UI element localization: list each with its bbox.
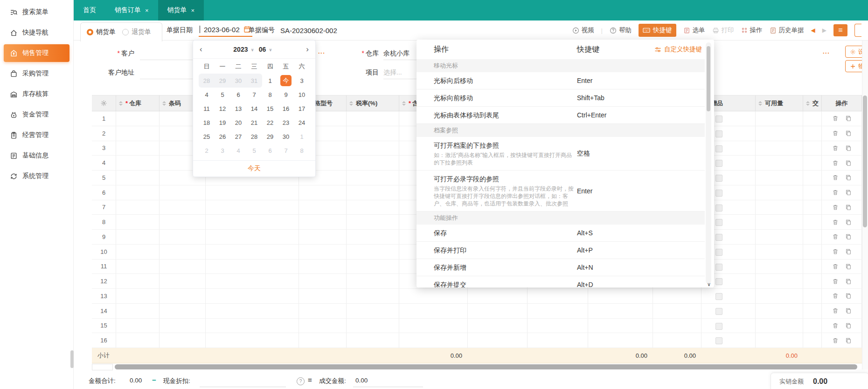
date-cell[interactable]: 6: [230, 88, 246, 102]
date-cell-today[interactable]: 今: [278, 74, 294, 88]
cell-delivery[interactable]: [803, 274, 822, 289]
sidebar-item-inventory-accounting[interactable]: 库存核算: [0, 84, 73, 104]
cell-hidden1[interactable]: [206, 215, 299, 230]
cell-spec[interactable]: [299, 319, 347, 334]
date-cell[interactable]: 1: [294, 130, 310, 143]
date-cell[interactable]: 27: [230, 130, 246, 143]
cell-taxrate[interactable]: [347, 215, 399, 230]
cell-warehouse[interactable]: [116, 141, 160, 156]
column-header-warehouse[interactable]: *仓库: [116, 95, 160, 111]
project-placeholder[interactable]: 选择...: [383, 68, 402, 77]
copy-row-icon[interactable]: [845, 278, 852, 285]
cell-delivery[interactable]: [803, 215, 822, 230]
date-cell[interactable]: 4: [230, 143, 246, 157]
month-select[interactable]: 06: [259, 46, 266, 53]
cell-taxrate[interactable]: [347, 171, 399, 185]
gift-checkbox[interactable]: [715, 116, 722, 123]
cell-spec[interactable]: [299, 200, 347, 215]
customer-lookup-ellipsis[interactable]: ...: [318, 48, 325, 55]
date-cell[interactable]: 26: [215, 130, 230, 143]
sidebar-item-system-mgmt[interactable]: 系统管理: [0, 166, 73, 186]
copy-row-icon[interactable]: [845, 293, 852, 299]
cell-delivery[interactable]: [803, 171, 822, 185]
gift-checkbox[interactable]: [715, 308, 722, 315]
cell-ops[interactable]: [822, 215, 862, 230]
cell-hidden5[interactable]: [653, 304, 701, 319]
cell-delivery[interactable]: [803, 230, 822, 245]
date-cell[interactable]: 18: [199, 116, 215, 130]
cell-available[interactable]: [756, 200, 803, 215]
cell-available[interactable]: [756, 185, 803, 200]
sidebar-item-quick-nav[interactable]: 快捷导航: [0, 22, 73, 43]
cell-spec[interactable]: [299, 230, 347, 245]
date-cell[interactable]: 6: [262, 143, 278, 157]
pick-order-button[interactable]: 选单: [683, 26, 705, 34]
cell-hidden1[interactable]: [206, 230, 299, 245]
date-cell[interactable]: 8: [294, 143, 310, 157]
cell-available[interactable]: [756, 245, 803, 259]
delete-row-icon[interactable]: [832, 145, 839, 151]
delete-row-icon[interactable]: [832, 189, 839, 196]
radio-return-invoice[interactable]: 退货单: [122, 28, 151, 36]
next-month-chevron[interactable]: ›: [306, 41, 309, 58]
tab-home[interactable]: 首页: [74, 0, 105, 20]
gift-checkbox[interactable]: [715, 175, 722, 182]
sidebar-item-search-menu[interactable]: 搜索菜单: [0, 2, 73, 22]
cell-price[interactable]: [399, 304, 468, 319]
sort-icon[interactable]: [162, 101, 166, 106]
copy-row-icon[interactable]: [845, 145, 852, 151]
cell-taxrate[interactable]: [347, 289, 399, 304]
cell-warehouse[interactable]: [116, 200, 160, 215]
column-settings-gear-icon[interactable]: [100, 100, 107, 107]
cell-ops[interactable]: [822, 111, 862, 126]
column-header-available[interactable]: 可用量: [756, 95, 803, 111]
sort-icon[interactable]: [349, 101, 353, 106]
cell-delivery[interactable]: [803, 304, 822, 319]
cell-spec[interactable]: [299, 333, 347, 348]
date-cell[interactable]: 2: [199, 143, 215, 157]
date-cell[interactable]: 7: [246, 88, 262, 102]
cell-warehouse[interactable]: [116, 156, 160, 171]
gift-checkbox[interactable]: [715, 190, 722, 197]
cell-hidden1[interactable]: [206, 200, 299, 215]
gift-checkbox[interactable]: [715, 219, 722, 226]
cell-delivery[interactable]: [803, 156, 822, 171]
gift-checkbox[interactable]: [715, 160, 722, 167]
cell-available[interactable]: [756, 156, 803, 171]
cell-hidden5[interactable]: [653, 319, 701, 334]
date-cell[interactable]: 4: [199, 88, 215, 102]
doc-date-input[interactable]: 2023-06-02: [199, 24, 252, 37]
date-cell[interactable]: 11: [199, 102, 215, 116]
date-cell[interactable]: 3: [294, 74, 310, 88]
gift-checkbox[interactable]: [715, 205, 722, 212]
cell-available[interactable]: [756, 126, 803, 141]
cell-spec[interactable]: [299, 274, 347, 289]
cell-ops[interactable]: [822, 319, 862, 334]
copy-row-icon[interactable]: [845, 115, 852, 122]
cell-hidden1[interactable]: [206, 333, 299, 348]
cell-barcode[interactable]: [160, 274, 206, 289]
gift-checkbox[interactable]: [715, 323, 722, 330]
cell-barcode[interactable]: [160, 304, 206, 319]
history-button[interactable]: 历史单据: [770, 26, 804, 34]
cell-delivery[interactable]: [803, 200, 822, 215]
date-cell[interactable]: 7: [278, 143, 294, 157]
cell-hidden4[interactable]: [588, 333, 653, 348]
gift-checkbox[interactable]: [715, 264, 722, 271]
cell-ops[interactable]: [822, 245, 862, 259]
cell-hidden1[interactable]: [206, 304, 299, 319]
date-cell[interactable]: 10: [294, 88, 310, 102]
cell-hidden4[interactable]: [588, 289, 653, 304]
cell-warehouse[interactable]: [116, 185, 160, 200]
date-cell[interactable]: 15: [262, 102, 278, 116]
vertical-scrollbar-thumb[interactable]: [863, 96, 867, 227]
cell-ops[interactable]: [822, 156, 862, 171]
cell-warehouse[interactable]: [116, 215, 160, 230]
cell-spec[interactable]: [299, 245, 347, 259]
delete-row-icon[interactable]: [832, 307, 839, 314]
cell-ops[interactable]: [822, 304, 862, 319]
date-cell[interactable]: 25: [199, 130, 215, 143]
delete-row-icon[interactable]: [832, 337, 839, 344]
year-select[interactable]: 2023: [233, 46, 248, 53]
close-icon[interactable]: ×: [191, 7, 195, 14]
